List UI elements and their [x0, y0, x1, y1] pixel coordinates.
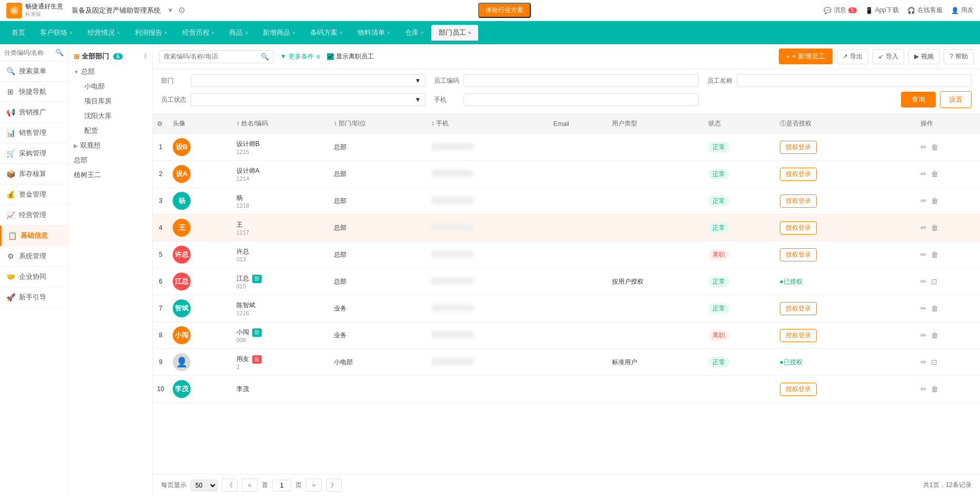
edit-btn[interactable]: ✏ [920, 304, 927, 313]
add-employee-btn[interactable]: + + 新增员工 [779, 48, 833, 64]
tab-product-close[interactable]: × [245, 30, 248, 36]
sidebar-item-system[interactable]: ⚙ 系统管理 [0, 246, 68, 267]
more-conditions-btn[interactable]: ▼ 更多条件 ∧ [280, 52, 321, 61]
delete-btn[interactable]: 🗑 [931, 331, 938, 339]
sidebar-item-guide[interactable]: 🚀 新手引导 [0, 287, 68, 308]
tab-customer[interactable]: 客户联络 × [33, 25, 80, 41]
sidebar-item-collab[interactable]: 🤝 企业协同 [0, 267, 68, 287]
query-btn[interactable]: 查询 [901, 92, 936, 108]
emp-name-input[interactable] [737, 74, 972, 87]
dept-item-zongbu-parent[interactable]: ▼ 总部 [68, 64, 152, 79]
tab-warehouse-close[interactable]: × [421, 30, 424, 36]
tab-bom-close[interactable]: × [387, 30, 390, 36]
search-input[interactable] [164, 53, 259, 60]
copy-btn[interactable]: ⊡ [931, 277, 937, 286]
sidebar-item-marketing[interactable]: 📢 营销推广 [0, 102, 68, 123]
dept-item-zhishu[interactable]: 植树王二 [68, 168, 152, 182]
tab-operation-close[interactable]: × [117, 30, 120, 36]
search-icon[interactable]: 🔍 [261, 53, 269, 61]
dept-item-shuanglu[interactable]: ▶ 双鹿想 [68, 138, 152, 153]
tab-operation[interactable]: 经营情况 × [80, 25, 127, 41]
tab-bom[interactable]: 物料清单 × [350, 25, 398, 41]
sidebar-item-sales[interactable]: 📊 销售管理 [0, 123, 68, 143]
edit-btn[interactable]: ✏ [920, 197, 927, 205]
user-btn[interactable]: 👤 用友 [951, 6, 974, 15]
phone-input[interactable] [463, 93, 698, 106]
delete-btn[interactable]: 🗑 [931, 223, 938, 232]
dept-item-peihuo[interactable]: 配货 [68, 123, 152, 138]
dept-item-xiangmuku[interactable]: 项目库房 [68, 94, 152, 109]
authorize-btn[interactable]: 授权登录 [780, 194, 817, 208]
delete-btn[interactable]: 🗑 [931, 250, 938, 259]
edit-btn[interactable]: ✏ [920, 358, 927, 366]
authorize-btn[interactable]: 授权登录 [780, 248, 817, 261]
emp-status-select[interactable]: ▼ [191, 93, 425, 106]
view-btn[interactable]: ▶ 视频 [908, 49, 939, 64]
dept-select[interactable]: ▼ [191, 74, 425, 87]
show-resign-checkbox[interactable] [327, 53, 334, 60]
edit-btn[interactable]: ✏ [920, 170, 927, 178]
sidebar-search-icon[interactable]: 🔍 [55, 48, 64, 56]
tab-product[interactable]: 商品 × [222, 25, 255, 41]
online-service-btn[interactable]: 🎧 在线客服 [907, 6, 943, 15]
authorize-btn[interactable]: 授权登录 [780, 221, 817, 235]
page-number-input[interactable] [272, 480, 291, 491]
tab-profit-close[interactable]: × [164, 30, 167, 36]
prev-page-btn[interactable]: ＜ [242, 479, 258, 492]
tab-employees[interactable]: 部门员工 × [431, 25, 479, 41]
tab-customer-close[interactable]: × [70, 30, 73, 36]
first-page-btn[interactable]: 《 [222, 479, 237, 492]
col-phone[interactable]: ↕ 手机 [427, 114, 549, 134]
edit-btn[interactable]: ✏ [920, 385, 927, 393]
authorize-btn[interactable]: 授权登录 [780, 383, 817, 396]
tab-warehouse[interactable]: 仓库 × [398, 25, 431, 41]
help-btn[interactable]: ? 帮助 [944, 49, 974, 64]
edit-btn[interactable]: ✏ [920, 277, 927, 286]
tab-profit[interactable]: 利润报告 × [127, 25, 175, 41]
edit-btn[interactable]: ✏ [920, 250, 927, 259]
delete-btn[interactable]: 🗑 [931, 197, 938, 205]
delete-btn[interactable]: 🗑 [931, 385, 938, 393]
next-page-btn[interactable]: ＞ [306, 479, 322, 492]
app-download-btn[interactable]: 📱 App下载 [865, 6, 899, 15]
edit-btn[interactable]: ✏ [920, 223, 927, 232]
reset-btn[interactable]: 设置 [940, 91, 972, 108]
import-btn[interactable]: ↙ 导入 [873, 49, 904, 64]
dept-item-shenyang[interactable]: 沈阳大库 [68, 109, 152, 123]
dept-collapse-btn[interactable]: 《 [141, 52, 147, 61]
last-page-btn[interactable]: 》 [326, 479, 342, 492]
col-dept[interactable]: ↕ 部门/职位 [330, 114, 427, 134]
tab-employees-close[interactable]: × [468, 30, 471, 36]
trial-btn[interactable]: 体验行业方案 [478, 3, 531, 18]
sidebar-item-nav[interactable]: ⊞ 快捷导航 [0, 82, 68, 102]
col-name[interactable]: ↕ 姓名/编码 [232, 114, 330, 134]
tab-history[interactable]: 经营历程 × [175, 25, 222, 41]
authorize-btn[interactable]: 授权登录 [780, 302, 817, 315]
per-page-select[interactable]: 50 100 200 [191, 480, 217, 491]
sidebar-item-purchase[interactable]: 🛒 采购管理 [0, 143, 68, 164]
settings-icon[interactable]: ⚙ [178, 5, 185, 15]
tab-add-product[interactable]: 新增商品 × [255, 25, 303, 41]
delete-btn[interactable]: 🗑 [931, 304, 938, 313]
sidebar-item-basic-info[interactable]: 📋 基础信息 [0, 226, 68, 246]
col-settings[interactable]: ⚙ [153, 114, 169, 134]
emp-code-input[interactable] [463, 74, 698, 87]
delete-btn[interactable]: 🗑 [931, 143, 938, 151]
message-btn[interactable]: 💬 消息 5 [824, 6, 857, 15]
copy-btn[interactable]: ⊡ [931, 358, 937, 366]
system-name-dropdown-icon[interactable]: ▼ [167, 6, 174, 14]
tab-add-product-close[interactable]: × [292, 30, 295, 36]
sidebar-item-finance[interactable]: 💰 资金管理 [0, 184, 68, 205]
edit-btn[interactable]: ✏ [920, 331, 927, 339]
tab-home[interactable]: 首页 [4, 25, 33, 41]
tab-barcode[interactable]: 条码方案 × [303, 25, 350, 41]
sidebar-item-inventory[interactable]: 📦 库存核算 [0, 164, 68, 184]
delete-btn[interactable]: 🗑 [931, 170, 938, 178]
authorize-btn[interactable]: 授权登录 [780, 141, 817, 154]
tab-barcode-close[interactable]: × [340, 30, 343, 36]
dept-item-zongbu[interactable]: 总部 [68, 153, 152, 168]
tab-history-close[interactable]: × [212, 30, 215, 36]
dept-item-xiaodibu[interactable]: 小电部 [68, 79, 152, 94]
show-resign-label[interactable]: 显示离职员工 [327, 52, 374, 61]
export-btn[interactable]: ↗ 导出 [837, 49, 868, 64]
